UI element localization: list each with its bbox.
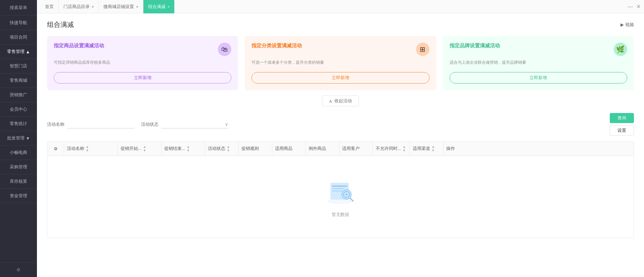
brand-activity-card: 指定品牌设置满减活动 🌿 适合与上游企业联合做营销，提升品牌销量 立即新增 [443, 36, 634, 90]
setting-button[interactable]: 设置 [610, 125, 634, 136]
page-title: 组合满减 [47, 20, 74, 29]
collapse-button[interactable]: ∧ 收起活动 [322, 96, 359, 106]
th-status-label: 活动状态 [208, 146, 225, 152]
filter-buttons: 查询 设置 [610, 113, 634, 136]
th-end[interactable]: 促销结束... ▲▼ [162, 142, 205, 156]
sidebar-search[interactable]: 搜索菜单 [0, 0, 37, 16]
th-action: 操作 [444, 142, 634, 156]
tab-combo-discount-close[interactable]: × [168, 0, 170, 13]
chevron-down-icon-filter: ∨ [225, 122, 228, 127]
sort-name-icon: ▲▼ [86, 145, 89, 152]
sidebar-item-retail-mall[interactable]: 零售商城 [0, 73, 37, 88]
th-channel[interactable]: 适用渠道 ▲▼ [410, 142, 444, 156]
collapse-label: 收起活动 [334, 98, 352, 104]
th-rule-label: 促销规则 [241, 146, 259, 152]
tab-wechat-store-close[interactable]: × [136, 0, 138, 13]
sidebar-item-smart-store[interactable]: 智慧门店 [0, 59, 37, 73]
product-activity-card: 指定商品设置满减活动 🛍 可指定滞销商品或库存较多商品 立即新增 [47, 36, 238, 90]
sidebar-item-marketing[interactable]: 营销推广 [0, 88, 37, 102]
th-notallow[interactable]: 不允许同时... ▲▼ [373, 142, 410, 156]
sidebar-settings[interactable]: ⚙ [0, 262, 37, 277]
chevron-up-icon-collapse: ∧ [329, 99, 332, 104]
tab-wechat-store-label: 微商城店铺设置 [103, 0, 134, 13]
grid-icon: ⊞ [420, 45, 425, 53]
bag-icon: 🛍 [221, 46, 228, 53]
sort-notallow-icon: ▲▼ [403, 145, 406, 152]
sidebar: 搜索菜单 快捷导航 项目合同 零售管理 ▲ 智慧门店 零售商城 营销推广 会员中… [0, 0, 37, 277]
add-brand-activity-button[interactable]: 立即新增 [450, 72, 627, 84]
th-setting[interactable]: ⚙ [47, 142, 64, 156]
sidebar-item-wholesale-label: 批发管理 [7, 135, 25, 141]
activity-table: ⚙ 活动名称 ▲▼ 促销开始... ▲▼ 促销结束... ▲▼ 活动状态 ▲▼ [47, 141, 634, 238]
close-button[interactable]: ✕ [636, 3, 641, 10]
sort-channel-icon: ▲▼ [431, 145, 435, 152]
filter-name-item: 活动名称 [47, 120, 134, 128]
th-rule: 促销规则 [239, 142, 272, 156]
tab-home[interactable]: 首页 [40, 0, 59, 13]
tab-combo-discount[interactable]: 组合满减 × [143, 0, 175, 13]
main-area: 首页 门店商品目录 × 微商城店铺设置 × 组合满减 × — ✕ 组合满减 ▶ … [37, 0, 644, 277]
filter-status-label: 活动状态 [141, 121, 158, 127]
card-title-green: 指定品牌设置满减活动 [450, 43, 500, 49]
tab-product-catalog-close[interactable]: × [92, 0, 94, 13]
th-status[interactable]: 活动状态 ▲▼ [205, 142, 239, 156]
activity-cards: 指定商品设置满减活动 🛍 可指定滞销商品或库存较多商品 立即新增 指定分类设置满… [47, 36, 634, 90]
content-area: 组合满减 ▶ 视频 指定商品设置满减活动 🛍 可指定滞销商品或库存较多商品 立即… [37, 13, 644, 277]
video-label: 视频 [625, 22, 634, 28]
card-top-orange: 指定分类设置满减活动 ⊞ [251, 43, 429, 56]
window-controls: — ✕ [628, 3, 641, 10]
sidebar-item-ecommerce[interactable]: 小畅电商 [0, 146, 37, 160]
empty-state: 暂无数据 [47, 156, 634, 238]
sidebar-item-retail[interactable]: 零售管理 ▲ [0, 45, 37, 59]
sidebar-item-finance[interactable]: 资金管理 [0, 189, 37, 203]
tab-combo-discount-label: 组合满减 [148, 0, 166, 13]
video-link[interactable]: ▶ 视频 [620, 22, 634, 28]
add-product-activity-button[interactable]: 立即新增 [54, 72, 231, 84]
page-header: 组合满减 ▶ 视频 [47, 20, 634, 29]
category-activity-card: 指定分类设置满减活动 ⊞ 可选一个或者多个分类，提升分类的销量 立即新增 [245, 36, 436, 90]
svg-rect-2 [332, 185, 347, 187]
sidebar-item-retail-label: 零售管理 [7, 49, 25, 55]
empty-text: 暂无数据 [332, 212, 349, 218]
sidebar-item-member[interactable]: 会员中心 [0, 102, 37, 117]
sidebar-item-inventory[interactable]: 库存核算 [0, 174, 37, 189]
th-channel-label: 适用渠道 [413, 146, 430, 152]
minimize-button[interactable]: — [628, 4, 633, 10]
th-goods: 适用商品 [272, 142, 306, 156]
query-button[interactable]: 查询 [610, 113, 634, 123]
sidebar-item-purchase[interactable]: 采购管理 [0, 160, 37, 174]
svg-rect-3 [332, 188, 344, 189]
th-action-label: 操作 [446, 146, 455, 152]
tab-wechat-store[interactable]: 微商城店铺设置 × [99, 0, 143, 13]
tab-bar: 首页 门店商品目录 × 微商城店铺设置 × 组合满减 × — ✕ [37, 0, 644, 13]
chevron-up-icon: ▲ [26, 49, 30, 54]
sort-status-icon: ▲▼ [227, 145, 230, 152]
filter-row: 活动名称 活动状态 ∨ 查询 设置 [47, 113, 634, 136]
filter-name-input[interactable] [67, 120, 134, 128]
svg-rect-4 [332, 190, 342, 191]
tab-product-catalog[interactable]: 门店商品目录 × [59, 0, 99, 13]
chevron-down-icon: ▼ [26, 136, 30, 141]
sidebar-item-stats[interactable]: 零售统计 [0, 117, 37, 131]
th-except: 例外商品 [306, 142, 339, 156]
sidebar-item-project[interactable]: 项目合同 [0, 30, 37, 45]
sidebar-item-quick-nav[interactable]: 快捷导航 [0, 16, 37, 30]
card-desc-green: 适合与上游企业联合做营销，提升品牌销量 [450, 59, 627, 65]
th-name[interactable]: 活动名称 ▲▼ [64, 142, 118, 156]
filter-name-label: 活动名称 [47, 121, 64, 127]
card-icon-purple: 🛍 [218, 43, 231, 56]
th-notallow-label: 不允许同时... [376, 146, 401, 152]
tab-home-label: 首页 [45, 0, 54, 13]
th-start-label: 促销开始... [121, 146, 142, 152]
add-category-activity-button[interactable]: 立即新增 [251, 72, 429, 84]
filter-status-select[interactable]: ∨ [161, 120, 228, 128]
play-icon: ▶ [620, 22, 624, 27]
card-desc-purple: 可指定滞销商品或库存较多商品 [54, 59, 231, 65]
tab-product-catalog-label: 门店商品目录 [63, 0, 90, 13]
collapse-bar: ∧ 收起活动 [47, 96, 634, 106]
sidebar-item-wholesale[interactable]: 批发管理 ▼ [0, 131, 37, 146]
card-desc-orange: 可选一个或者多个分类，提升分类的销量 [251, 59, 429, 65]
th-start[interactable]: 促销开始... ▲▼ [118, 142, 162, 156]
th-customer: 适用客户 [339, 142, 373, 156]
settings-icon: ⚙ [54, 146, 58, 151]
